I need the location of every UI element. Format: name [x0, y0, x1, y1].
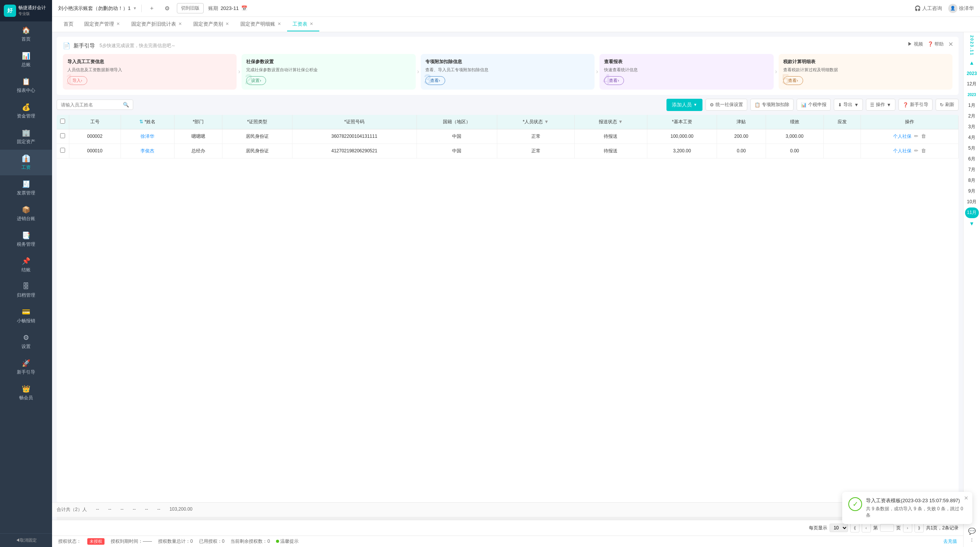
tab-payroll[interactable]: 工资表 ✕ — [287, 18, 319, 31]
last-page-button[interactable]: ⟫ — [915, 523, 924, 532]
social-insurance-button[interactable]: ⚙ 统一社保设置 — [706, 99, 747, 111]
calendar-month-12[interactable]: 12月 — [965, 79, 979, 90]
add-account-button[interactable]: ＋ — [146, 3, 157, 14]
used-auth-label: 已用授权：0 — [199, 538, 225, 545]
page-content: 📄 新手引导 5步快速完成设置，快去完善信息吧～ ▶ 视频 ❓ 帮助 ✕ — [52, 32, 963, 547]
total-auth-label: 授权数量总计：0 — [158, 538, 193, 545]
calendar-month-7[interactable]: 7月 — [965, 165, 979, 175]
calendar-month-8[interactable]: 8月 — [965, 175, 979, 186]
sidebar-item-invoices[interactable]: 🧾 发票管理 — [0, 175, 52, 201]
switch-version-button[interactable]: 切到旧版 — [177, 3, 204, 13]
row-checkbox-2[interactable] — [60, 148, 65, 153]
tab-asset-category[interactable]: 固定资产类别 ✕ — [188, 18, 235, 31]
calendar-month-11-active[interactable]: 11月 — [965, 207, 979, 218]
refresh-button[interactable]: ↻ 刷新 — [936, 99, 959, 111]
sidebar-item-reports[interactable]: 📋 报表中心 — [0, 73, 52, 98]
calendar-year-label[interactable]: 2023.11 — [969, 34, 975, 57]
emp-name-link-2[interactable]: 李俊杰 — [140, 148, 154, 153]
next-page-button[interactable]: › — [903, 523, 912, 532]
sidebar-item-sales[interactable]: 📦 进销台账 — [0, 201, 52, 227]
select-all-checkbox[interactable] — [60, 119, 65, 124]
calendar-year-2023[interactable]: 2023 — [965, 68, 979, 79]
sidebar-item-member[interactable]: 👑 畅会员 — [0, 380, 52, 406]
calendar-nav-down[interactable]: ▼ — [967, 218, 977, 229]
user-menu[interactable]: 👤 徐泽华 — [948, 4, 974, 13]
tab-asset-detail[interactable]: 固定资产明细账 ✕ — [235, 18, 287, 31]
guide-icon: 🚀 — [22, 359, 30, 367]
tab-close-asset-category[interactable]: ✕ — [225, 21, 230, 27]
first-page-button[interactable]: ⟪ — [850, 523, 859, 532]
calendar-month-3[interactable]: 3月 — [965, 122, 979, 132]
recharge-button[interactable]: 去充值 — [943, 538, 957, 545]
calendar-month-4[interactable]: 4月 — [965, 132, 979, 143]
tab-home[interactable]: 首页 — [58, 18, 79, 31]
sidebar-item-expenses[interactable]: 💳 小畅报销 — [0, 303, 52, 329]
delete-icon-2[interactable]: 🗑 — [921, 148, 926, 153]
tab-close-depreciation[interactable]: ✕ — [178, 21, 183, 27]
calendar-month-9[interactable]: 9月 — [965, 186, 979, 197]
calendar-month-2[interactable]: 2月 — [965, 111, 979, 122]
calendar-month-5[interactable]: 5月 — [965, 143, 979, 154]
emp-nationality-2: 中国 — [416, 144, 497, 158]
sidebar-item-ledger[interactable]: 📊 总账 — [0, 47, 52, 73]
sidebar-item-closing[interactable]: 📌 结账 — [0, 252, 52, 278]
feedback-icon[interactable]: 💬 — [968, 527, 976, 535]
operations-button[interactable]: ☰ 操作 ▼ — [866, 99, 895, 111]
tax-report-button[interactable]: 📊 个税申报 — [797, 99, 831, 111]
tab-close-fixed-assets[interactable]: ✕ — [116, 21, 121, 27]
account-selector[interactable]: 刘小艳演示账套（勿删勿动！）1 ▼ — [58, 5, 137, 12]
topbar-right: 🎧 人工咨询 👤 徐泽华 — [915, 4, 974, 13]
sidebar-item-settings[interactable]: ⚙ 设置 — [0, 329, 52, 354]
emp-name-link-1[interactable]: 徐泽华 — [140, 134, 154, 139]
add-employee-button[interactable]: 添加人员 ▼ — [666, 99, 702, 111]
sidebar-item-funds[interactable]: 💰 资金管理 — [0, 98, 52, 124]
report-filter-icon[interactable]: ▼ — [618, 119, 623, 124]
calendar-month-1[interactable]: 1月 — [965, 100, 979, 111]
calendar-month-6[interactable]: 6月 — [965, 154, 979, 165]
sidebar-item-tax[interactable]: 📑 税务管理 — [0, 227, 52, 252]
personal-insurance-btn-2[interactable]: 个人社保 — [893, 148, 911, 153]
reports-icon: 📋 — [22, 77, 30, 86]
edit-icon-2[interactable]: ✏ — [914, 148, 918, 153]
prev-page-button[interactable]: ‹ — [862, 523, 871, 532]
sidebar-item-archive[interactable]: 🗄 归档管理 — [0, 278, 52, 303]
dash-3: -- — [121, 506, 124, 513]
status-filter-icon[interactable]: ▼ — [544, 119, 549, 124]
sidebar-item-payroll[interactable]: 👔 工资 — [0, 150, 52, 175]
tax-icon: 📑 — [22, 231, 30, 240]
calendar-icon[interactable]: 📅 — [241, 5, 247, 11]
ledger-icon: 📊 — [22, 52, 30, 60]
toast-close-button[interactable]: ✕ — [964, 495, 969, 501]
per-page-select[interactable]: 10 20 50 — [830, 524, 848, 532]
calendar-nav-up[interactable]: ▲ — [967, 57, 977, 68]
settings-gear-icon[interactable]: ⚙ — [162, 3, 172, 14]
sidebar-item-home[interactable]: 🏠 首页 — [0, 21, 52, 47]
export-button[interactable]: ⬇ 导出 ▼ — [834, 99, 863, 111]
special-deduction-button[interactable]: 📋 专项附加扣除 — [750, 99, 794, 111]
wizard-close-button[interactable]: ✕ — [948, 41, 953, 48]
cancel-pin-button[interactable]: ◀取消固定 — [0, 534, 52, 547]
wizard-help-btn[interactable]: ❓ 帮助 — [928, 41, 944, 47]
refresh-icon: ↻ — [940, 102, 944, 108]
horizontal-scrollbar[interactable] — [57, 517, 959, 520]
page-number-input[interactable]: 1 — [880, 524, 894, 532]
sidebar-item-assets[interactable]: 🏢 固定资产 — [0, 124, 52, 150]
scroll-down-icon[interactable]: ↕ — [970, 536, 973, 543]
wizard-video-btn[interactable]: ▶ 视频 — [908, 41, 923, 47]
personal-insurance-btn-1[interactable]: 个人社保 — [893, 134, 911, 139]
new-guide-button[interactable]: ❓ 新手引导 — [898, 99, 933, 111]
ai-consult-button[interactable]: 🎧 人工咨询 — [915, 5, 942, 12]
tab-fixed-assets[interactable]: 固定资产管理 ✕ — [79, 18, 126, 31]
th-name: ⇅ *姓名 — [121, 115, 174, 129]
tab-close-asset-detail[interactable]: ✕ — [277, 21, 282, 27]
tab-close-payroll[interactable]: ✕ — [309, 21, 314, 27]
search-input[interactable] — [61, 102, 121, 108]
logo-text: 畅捷通好会计 专业版 — [18, 5, 46, 16]
export-dropdown-icon: ▼ — [854, 102, 859, 108]
edit-icon-1[interactable]: ✏ — [914, 133, 918, 139]
row-checkbox-1[interactable] — [60, 133, 65, 138]
delete-icon-1[interactable]: 🗑 — [921, 133, 926, 139]
tab-depreciation[interactable]: 固定资产折旧统计表 ✕ — [126, 18, 188, 31]
calendar-month-10[interactable]: 10月 — [965, 197, 979, 207]
sidebar-item-guide[interactable]: 🚀 新手引导 — [0, 354, 52, 380]
